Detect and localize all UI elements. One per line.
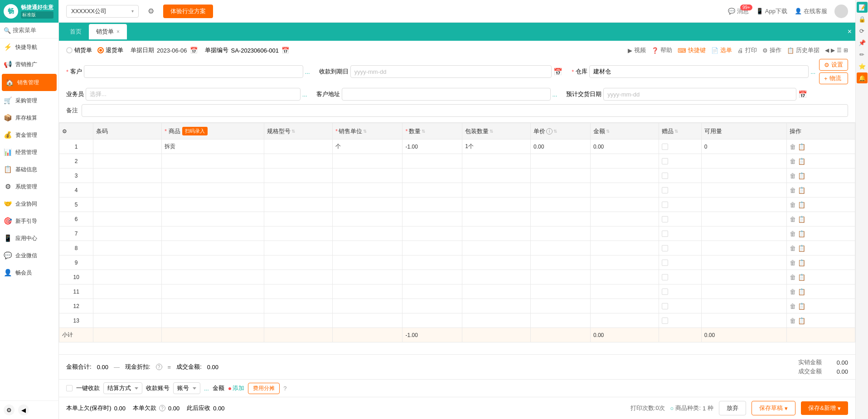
th-settings[interactable]: ⚙ (59, 123, 93, 140)
row-price-4[interactable] (531, 183, 591, 197)
row-amount-4[interactable] (590, 183, 659, 197)
gift-checkbox-3[interactable] (662, 173, 668, 179)
gift-checkbox-5[interactable] (662, 202, 668, 208)
row-copy-11[interactable]: 📋 (798, 288, 805, 295)
row-barcode-3[interactable] (93, 169, 162, 183)
row-amount-11[interactable] (590, 284, 659, 299)
row-unit-3[interactable] (332, 169, 402, 183)
toolbar-help[interactable]: ❓ 帮助 (651, 46, 672, 54)
sidebar-item-quick-nav[interactable]: ⚡ 快捷导航 (0, 39, 58, 56)
tab-home[interactable]: 首页 (63, 24, 89, 39)
row-price-2[interactable] (531, 154, 591, 169)
row-product-4[interactable] (162, 183, 264, 197)
row-delete-3[interactable]: 🗑 (790, 172, 796, 179)
payment-method-select[interactable]: 结算方式 (103, 382, 142, 394)
row-qty-12[interactable] (402, 299, 462, 313)
row-spec-4[interactable] (264, 183, 333, 197)
row-gift-13[interactable] (659, 313, 701, 328)
row-qty-10[interactable] (402, 270, 462, 284)
row-price-6[interactable] (531, 212, 591, 226)
row-gift-6[interactable] (659, 212, 701, 226)
tab-close-icon[interactable]: × (116, 29, 120, 35)
row-copy-10[interactable]: 📋 (798, 274, 805, 281)
row-spec-8[interactable] (264, 241, 333, 255)
row-copy-5[interactable]: 📋 (798, 201, 805, 208)
row-spec-1[interactable] (264, 140, 333, 154)
remark-input[interactable] (82, 104, 848, 117)
row-spec-2[interactable] (264, 154, 333, 169)
row-spec-10[interactable] (264, 270, 333, 284)
view-list-icon[interactable]: ☰ (837, 47, 842, 53)
row-price-10[interactable] (531, 270, 591, 284)
row-product-3[interactable] (162, 169, 264, 183)
toolbar-history[interactable]: 📋 历史单据 (787, 46, 820, 54)
row-product-13[interactable] (162, 313, 264, 328)
customer-addr-dots[interactable]: ... (553, 91, 558, 98)
abandon-button[interactable]: 放弃 (719, 401, 746, 415)
row-amount-13[interactable] (590, 313, 659, 328)
sidebar-item-sales[interactable]: 🏠 销售管理 (2, 74, 57, 91)
row-unit-8[interactable] (332, 241, 402, 255)
app-download-button[interactable]: 📱 App下载 (756, 7, 787, 15)
row-delete-11[interactable]: 🗑 (790, 288, 796, 295)
row-qty-6[interactable] (402, 212, 462, 226)
row-qty-4[interactable] (402, 183, 462, 197)
row-copy-8[interactable]: 📋 (798, 245, 805, 252)
row-gift-12[interactable] (659, 299, 701, 313)
row-spec-12[interactable] (264, 299, 333, 313)
row-unit-7[interactable] (332, 226, 402, 241)
sidebar-item-wechat[interactable]: 💬 企业微信 (0, 247, 58, 264)
add-payment-button[interactable]: ● 添加 (228, 384, 244, 392)
right-panel-btn-6[interactable]: ⭐ (857, 61, 868, 72)
sidebar-item-apps[interactable]: 📱 应用中心 (0, 230, 58, 247)
row-qty-11[interactable] (402, 284, 462, 299)
date-picker-icon[interactable]: 📅 (190, 47, 198, 54)
header-settings-icon[interactable]: ⚙ (144, 5, 158, 18)
trial-button[interactable]: 体验行业方案 (163, 5, 213, 18)
toolbar-operation[interactable]: ⚙ 操作 (762, 46, 781, 54)
row-gift-8[interactable] (659, 241, 701, 255)
row-qty-5[interactable] (402, 197, 462, 212)
row-delete-10[interactable]: 🗑 (790, 274, 796, 281)
row-gift-3[interactable] (659, 169, 701, 183)
nav-prev-icon[interactable]: ◀ (825, 47, 829, 53)
payment-dots[interactable]: ... (204, 385, 209, 392)
row-spec-11[interactable] (264, 284, 333, 299)
one-click-pay-checkbox[interactable] (66, 385, 73, 391)
row-spec-9[interactable] (264, 255, 333, 270)
row-product-5[interactable] (162, 197, 264, 212)
tab-sales-order[interactable]: 销货单 × (89, 24, 127, 39)
gift-checkbox-4[interactable] (662, 187, 668, 193)
row-amount-8[interactable] (590, 241, 659, 255)
row-product-12[interactable] (162, 299, 264, 313)
row-amount-1[interactable]: 0.00 (590, 140, 659, 154)
sidebar-item-inventory[interactable]: 📦 库存核算 (0, 109, 58, 126)
row-price-5[interactable] (531, 197, 591, 212)
row-copy-3[interactable]: 📋 (798, 172, 805, 179)
row-gift-2[interactable] (659, 154, 701, 169)
right-panel-btn-3[interactable]: ⟳ (857, 25, 868, 36)
sidebar-item-purchase[interactable]: 🛒 采购管理 (0, 92, 58, 109)
row-qty-13[interactable] (402, 313, 462, 328)
sidebar-item-member[interactable]: 👤 畅会员 (0, 264, 58, 281)
row-barcode-5[interactable] (93, 197, 162, 212)
gift-checkbox-11[interactable] (662, 289, 668, 295)
row-amount-7[interactable] (590, 226, 659, 241)
row-copy-12[interactable]: 📋 (798, 303, 805, 310)
online-service-button[interactable]: 👤 在线客服 (795, 7, 827, 15)
row-spec-6[interactable] (264, 212, 333, 226)
row-amount-10[interactable] (590, 270, 659, 284)
row-qty-2[interactable] (402, 154, 462, 169)
row-pkg-2[interactable] (462, 154, 531, 169)
row-price-7[interactable] (531, 226, 591, 241)
warehouse-dots[interactable]: ... (810, 68, 815, 75)
row-barcode-13[interactable] (93, 313, 162, 328)
row-price-3[interactable] (531, 169, 591, 183)
row-amount-6[interactable] (590, 212, 659, 226)
row-barcode-8[interactable] (93, 241, 162, 255)
row-unit-4[interactable] (332, 183, 402, 197)
row-delete-6[interactable]: 🗑 (790, 216, 796, 223)
user-avatar[interactable] (834, 5, 848, 18)
row-copy-13[interactable]: 📋 (798, 317, 805, 324)
row-gift-11[interactable] (659, 284, 701, 299)
